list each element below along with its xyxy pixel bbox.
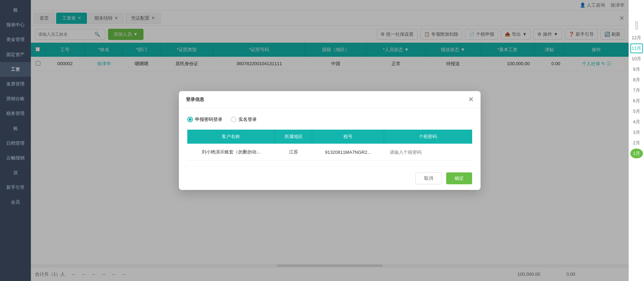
sidebar-item-marketing[interactable]: 营销台账 xyxy=(0,91,31,106)
sidebar-item-settings[interactable]: 设 xyxy=(0,165,31,180)
calendar-month-11[interactable]: 11月 xyxy=(630,43,643,53)
calendar-month-8[interactable]: 8月 xyxy=(630,75,643,85)
calendar-month-1[interactable]: 1月 xyxy=(630,149,643,158)
calendar-month-12[interactable]: 12月 xyxy=(630,33,643,43)
calendar-year: 2023 xyxy=(635,21,639,29)
calendar-month-4[interactable]: 4月 xyxy=(630,117,643,127)
modal-cell-region: 江苏 xyxy=(275,144,312,160)
sidebar-item-assets[interactable]: 固定资产 xyxy=(0,47,31,62)
calendar-month-9[interactable]: 9月 xyxy=(630,64,643,74)
sidebar-item-ledger[interactable]: 账 xyxy=(0,121,31,136)
modal-body: 申报密码登录 实名登录 客户名称 所属地区 税号 个税密码 xyxy=(179,108,481,166)
modal-title: 登录信息 xyxy=(186,96,204,103)
calendar-month-7[interactable]: 7月 xyxy=(630,85,643,95)
modal-header: 登录信息 ✕ xyxy=(179,91,481,108)
modal-footer: 取消 确定 xyxy=(179,166,481,190)
calendar-month-10[interactable]: 10月 xyxy=(630,54,643,64)
modal-col-tax-id: 税号 xyxy=(312,130,384,144)
sidebar-item-member[interactable]: 会员 xyxy=(0,195,31,210)
sidebar-item-tax[interactable]: 税务管理 xyxy=(0,106,31,121)
calendar-month-5[interactable]: 5月 xyxy=(630,107,643,116)
modal-cell-password[interactable] xyxy=(384,144,472,160)
radio-password[interactable]: 申报密码登录 xyxy=(187,116,222,123)
calendar-month-2[interactable]: 2月 xyxy=(630,138,643,148)
sidebar-item-capital[interactable]: 资金管理 xyxy=(0,32,31,47)
radio-group: 申报密码登录 实名登录 xyxy=(187,116,472,123)
sidebar-item-invoice[interactable]: 发票管理 xyxy=(0,77,31,91)
modal-close-button[interactable]: ✕ xyxy=(468,96,474,103)
modal-col-password: 个税密码 xyxy=(384,130,472,144)
login-modal: 登录信息 ✕ 申报密码登录 实名登录 客户名称 xyxy=(179,91,481,190)
radio-password-dot xyxy=(187,117,193,122)
sidebar-item-zhang[interactable]: 账 xyxy=(0,3,31,18)
sidebar-item-expense[interactable]: 云畅报销 xyxy=(0,151,31,165)
modal-cell-client: 刘小艳演示账套（勿删勿动... xyxy=(187,144,275,160)
modal-table: 客户名称 所属地区 税号 个税密码 刘小艳演示账套（勿删勿动... 江苏 913… xyxy=(187,130,472,161)
modal-table-row: 刘小艳演示账套（勿删勿动... 江苏 91320811MA7NGR2... xyxy=(187,144,472,160)
sidebar-item-salary[interactable]: 工资 xyxy=(0,62,31,77)
modal-overlay: 登录信息 ✕ 申报密码登录 实名登录 客户名称 xyxy=(31,0,629,281)
sidebar: 账 报表中心 资金管理 固定资产 工资 发票管理 营销台账 税务管理 账 日档管… xyxy=(0,0,31,281)
sidebar-item-report[interactable]: 报表中心 xyxy=(0,18,31,32)
modal-col-client: 客户名称 xyxy=(187,130,275,144)
modal-cell-tax-id: 91320811MA7NGR2... xyxy=(312,144,384,160)
sidebar-item-archive[interactable]: 日档管理 xyxy=(0,136,31,151)
calendar-month-6[interactable]: 6月 xyxy=(630,96,643,106)
modal-col-region: 所属地区 xyxy=(275,130,312,144)
radio-realname[interactable]: 实名登录 xyxy=(231,116,257,123)
calendar-month-3[interactable]: 3月 xyxy=(630,128,643,137)
sidebar-item-guide[interactable]: 新手引导 xyxy=(0,180,31,195)
tax-password-input[interactable] xyxy=(390,150,467,155)
calendar-panel: 2023 12月 11月 10月 9月 8月 7月 6月 5月 4月 3月 2月… xyxy=(629,0,644,281)
radio-realname-dot xyxy=(231,117,236,122)
modal-table-header: 客户名称 所属地区 税号 个税密码 xyxy=(187,130,472,144)
cancel-button[interactable]: 取消 xyxy=(415,172,442,184)
confirm-button[interactable]: 确定 xyxy=(446,172,472,184)
